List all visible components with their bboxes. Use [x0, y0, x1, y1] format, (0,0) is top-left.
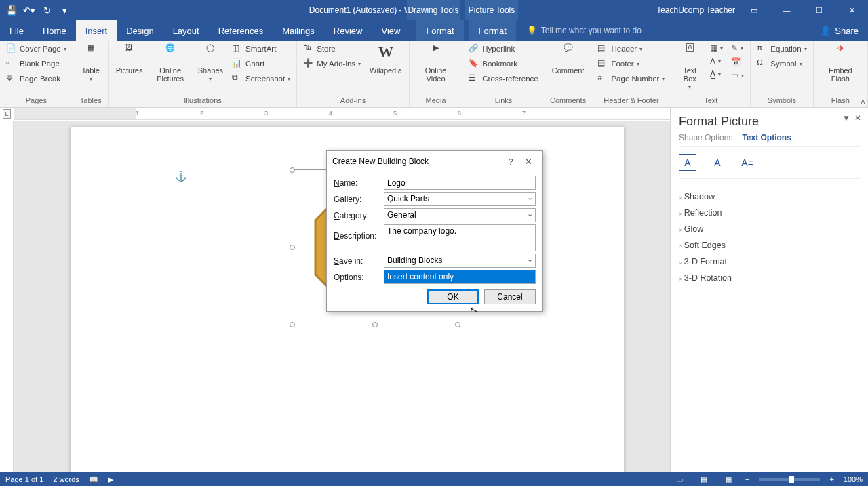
page-indicator[interactable]: Page 1 of 1	[5, 475, 43, 483]
symbol-button[interactable]: ΩSymbol	[755, 57, 804, 70]
close-icon[interactable]: ✕	[838, 0, 865, 20]
embed-flash-button[interactable]: ⬗Embed Flash	[818, 42, 863, 84]
smartart-button[interactable]: ◫SmartArt	[230, 42, 292, 56]
undo-icon[interactable]: ↶▾	[20, 1, 38, 20]
share-icon: 👤	[820, 26, 831, 36]
tab-references[interactable]: References	[209, 20, 273, 41]
tab-picture-format[interactable]: Format	[469, 20, 516, 41]
quickparts-icon[interactable]: ▦	[708, 42, 725, 54]
footer-button[interactable]: ▤Footer	[595, 57, 641, 70]
zoom-slider[interactable]	[759, 478, 820, 481]
table-button[interactable]: ▦Table	[77, 42, 104, 83]
tab-layout[interactable]: Layout	[163, 20, 209, 41]
bookmark-button[interactable]: 🔖Bookmark	[467, 57, 519, 70]
macro-icon[interactable]: ▶	[108, 475, 113, 484]
ribbon-display-icon[interactable]: ▭	[741, 0, 768, 20]
resize-handle[interactable]	[290, 322, 295, 327]
zoom-in-icon[interactable]: +	[829, 475, 833, 483]
name-input[interactable]	[384, 176, 536, 190]
pane-dropdown-icon[interactable]: ▼	[842, 113, 850, 123]
dialog-help-icon[interactable]: ?	[502, 157, 519, 167]
header-button[interactable]: ▤Header	[595, 42, 644, 56]
shapes-button[interactable]: ◯Shapes	[195, 42, 226, 83]
section-3d-format[interactable]: 3-D Format	[679, 254, 860, 270]
redo-icon[interactable]: ↻	[38, 1, 56, 20]
cancel-button[interactable]: Cancel	[484, 289, 536, 304]
resize-handle[interactable]	[290, 245, 295, 250]
resize-handle[interactable]	[290, 167, 295, 173]
wikipedia-button[interactable]: WWikipedia	[367, 42, 405, 76]
datetime-icon[interactable]: 📅	[729, 56, 746, 68]
shape-options-tab[interactable]: Shape Options	[679, 133, 732, 142]
page-break-button[interactable]: ⤋Page Break	[4, 72, 62, 85]
tab-drawing-format[interactable]: Format	[416, 20, 463, 41]
dialog-close-icon[interactable]: ✕	[519, 157, 537, 167]
dropcap-icon[interactable]: A̲	[708, 68, 725, 80]
tab-design[interactable]: Design	[117, 20, 163, 41]
pane-close-icon[interactable]: ✕	[854, 113, 861, 123]
hyperlink-button[interactable]: 🔗Hyperlink	[467, 42, 517, 56]
section-soft-edges[interactable]: Soft Edges	[679, 237, 860, 254]
minimize-icon[interactable]: —	[773, 0, 800, 20]
cover-page-button[interactable]: 📄Cover Page	[4, 42, 68, 56]
web-layout-icon[interactable]: ▦	[721, 475, 736, 484]
section-shadow[interactable]: Shadow	[679, 188, 860, 205]
zoom-out-icon[interactable]: −	[745, 475, 749, 483]
equation-button[interactable]: πEquation	[755, 42, 808, 56]
blank-page-button[interactable]: ▫Blank Page	[4, 57, 62, 70]
save-icon[interactable]: 💾	[3, 1, 20, 20]
group-tables-label: Tables	[77, 96, 104, 106]
section-glow[interactable]: Glow	[679, 221, 860, 237]
gallery-select[interactable]: Quick Parts	[384, 192, 536, 206]
my-addins-button[interactable]: ➕My Add-ins	[301, 57, 363, 70]
object-icon[interactable]: ▭	[729, 69, 746, 81]
tab-review[interactable]: Review	[324, 20, 372, 41]
text-options-tab[interactable]: Text Options	[742, 133, 791, 142]
collapse-ribbon-icon[interactable]: ᐱ	[861, 98, 865, 106]
cross-reference-button[interactable]: ☰Cross-reference	[467, 72, 540, 85]
textbox-props-icon[interactable]: A≡	[738, 154, 756, 171]
horizontal-ruler[interactable]: 1 2 3 4 5 6 7	[14, 108, 670, 120]
video-label: Online Video	[416, 66, 456, 83]
section-3d-rotation[interactable]: 3-D Rotation	[679, 270, 860, 286]
screenshot-button[interactable]: ⧉Screenshot	[230, 72, 292, 85]
bookmark-label: Bookmark	[482, 60, 517, 68]
read-mode-icon[interactable]: ▭	[672, 475, 687, 484]
tab-home[interactable]: Home	[33, 20, 76, 41]
spellcheck-icon[interactable]: 📖	[89, 475, 98, 484]
wordart-icon[interactable]: A	[708, 56, 725, 66]
word-count[interactable]: 2 words	[53, 475, 79, 483]
description-input[interactable]: The company logo.	[384, 224, 536, 251]
resize-handle[interactable]	[372, 322, 378, 327]
zoom-level[interactable]: 100%	[844, 475, 863, 483]
section-reflection[interactable]: Reflection	[679, 205, 860, 221]
qat-more-icon[interactable]: ▾	[56, 1, 73, 20]
maximize-icon[interactable]: ☐	[806, 0, 833, 20]
online-video-button[interactable]: ▶Online Video	[414, 42, 458, 84]
textbox-button[interactable]: 🄰Text Box	[675, 42, 704, 92]
text-fill-icon[interactable]: A	[679, 154, 696, 171]
tab-mailings[interactable]: Mailings	[273, 20, 324, 41]
tab-selector[interactable]: L	[3, 109, 11, 119]
comment-button[interactable]: 💬Comment	[549, 42, 587, 76]
chart-button[interactable]: 📊Chart	[230, 57, 292, 70]
store-button[interactable]: 🛍Store	[301, 42, 363, 56]
print-layout-icon[interactable]: ▤	[696, 475, 711, 484]
page-number-button[interactable]: #Page Number	[595, 72, 667, 85]
online-pictures-button[interactable]: 🌐Online Pictures	[149, 42, 191, 84]
ok-button[interactable]: OK	[427, 289, 479, 304]
category-select[interactable]: General	[384, 208, 536, 222]
vertical-ruler[interactable]	[0, 121, 14, 472]
dialog-titlebar[interactable]: Create New Building Block ? ✕	[327, 151, 542, 171]
text-effects-icon[interactable]: A	[709, 154, 726, 171]
resize-handle[interactable]	[455, 322, 460, 327]
share-button[interactable]: 👤Share	[810, 20, 868, 41]
signature-icon[interactable]: ✎	[729, 42, 746, 54]
options-select[interactable]: Insert content only	[384, 270, 536, 284]
pictures-button[interactable]: 🖼Pictures	[113, 42, 146, 76]
tell-me-search[interactable]: 💡Tell me what you want to do	[516, 20, 811, 41]
tab-file[interactable]: File	[0, 20, 33, 41]
savein-select[interactable]: Building Blocks	[384, 254, 536, 268]
tab-view[interactable]: View	[372, 20, 410, 41]
tab-insert[interactable]: Insert	[76, 20, 117, 41]
